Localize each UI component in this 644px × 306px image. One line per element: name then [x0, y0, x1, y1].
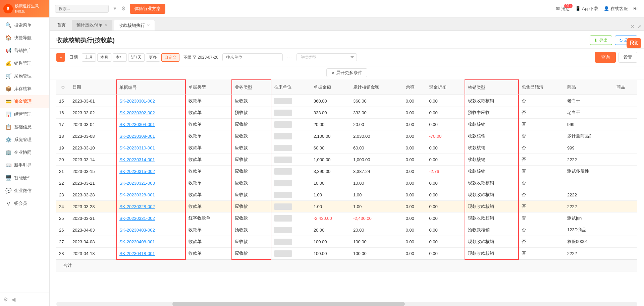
logo-icon: 6: [3, 4, 13, 13]
tab-prepay[interactable]: 预计应收付单 ✕: [72, 20, 112, 30]
doc-no-link[interactable]: SK-20230328-002: [119, 204, 155, 209]
th-balance: 余额: [403, 80, 427, 95]
cell-amount: 360.00: [311, 95, 351, 107]
sidebar-item-inventory[interactable]: 📦 库存核算: [0, 82, 49, 95]
sidebar-item-enterprise[interactable]: 🏢 企业协同: [0, 146, 49, 159]
cell-cumulative: 10.00: [351, 177, 403, 189]
tab-collection[interactable]: 收款核销执行 ✕: [114, 20, 155, 30]
doc-no-link[interactable]: SK-20230418-001: [119, 251, 155, 256]
doc-no-link[interactable]: SK-20230408-001: [119, 239, 155, 244]
filter-expand-button[interactable]: »: [56, 53, 65, 62]
doc-no-link[interactable]: SK-20230301-002: [119, 99, 155, 104]
cell-date: 2023-03-01: [70, 95, 116, 107]
cell-unit: ██: [271, 236, 311, 248]
cell-cash-discount: 0.00: [426, 119, 465, 130]
home-icon: 🏠: [5, 35, 11, 41]
topbar-gear-icon[interactable]: ⚙: [121, 5, 126, 12]
query-button[interactable]: 查询: [595, 52, 616, 63]
cell-no: 23: [56, 189, 70, 201]
filter-more-dates[interactable]: 更多: [146, 53, 160, 62]
sidebar-label-quick: 快捷导航: [14, 35, 32, 41]
cell-goods2: [614, 166, 637, 177]
doc-no-link[interactable]: SK-20230315-002: [119, 169, 155, 174]
tab-collection-close-icon[interactable]: ✕: [147, 23, 150, 27]
sidebar-label-finance: 资金管理: [14, 99, 32, 105]
table-scrollbar[interactable]: [56, 302, 637, 306]
filter-unit-input[interactable]: [222, 53, 283, 61]
cell-unit: ██: [271, 201, 311, 212]
sidebar-item-finance[interactable]: 💳 资金管理: [0, 95, 49, 108]
filter-custom[interactable]: 自定义: [161, 53, 179, 62]
filter-date-label: 日期: [69, 54, 78, 60]
cell-doc-no: SK-20230304-001: [116, 119, 185, 130]
sidebar-item-wechat[interactable]: 💬 企业微信: [0, 184, 49, 197]
doc-no-link[interactable]: SK-20230331-002: [119, 216, 155, 221]
cell-date: 2023-03-15: [70, 166, 116, 177]
topbar-search-input[interactable]: [55, 5, 109, 13]
sidebar-item-system[interactable]: ⚙️ 系统管理: [0, 133, 49, 146]
tab-prepay-close-icon[interactable]: ✕: [105, 23, 108, 27]
filter-7days[interactable]: 近7天: [128, 53, 145, 62]
sidebar-item-operation[interactable]: 📊 经营管理: [0, 108, 49, 121]
cell-cash-discount: -70.00: [426, 130, 465, 142]
settings-button[interactable]: 设置: [619, 52, 637, 63]
doc-no-link[interactable]: SK-20230321-003: [119, 181, 155, 186]
th-date: 日期: [70, 80, 116, 95]
user-name[interactable]: Rit: [633, 6, 639, 11]
sidebar-label-marketing: 营销推广: [14, 48, 32, 54]
table-config-icon[interactable]: ⚙: [59, 83, 67, 91]
topbar-dropdown-arrow[interactable]: ▼: [113, 6, 117, 11]
sidebar-item-guide[interactable]: 📖 新手引导: [0, 159, 49, 172]
cell-goods: 2222: [565, 201, 614, 212]
tab-close-all-icon[interactable]: ✕: [631, 24, 635, 29]
doc-no-link[interactable]: SK-20230328-001: [119, 192, 155, 197]
cell-doc-type: 收款单: [185, 107, 232, 119]
industry-solution-button[interactable]: 体验行业方案: [130, 4, 165, 14]
online-service-button[interactable]: 👤 在线客服: [604, 6, 628, 12]
sidebar-label-purchase: 采购管理: [14, 73, 32, 79]
message-button[interactable]: ✉ 消息 99+: [556, 6, 570, 12]
cell-no: 21: [56, 166, 70, 177]
filter-type-select[interactable]: 单据类型: [297, 53, 357, 61]
settings-bottom-icon[interactable]: ⚙: [3, 296, 8, 303]
doc-no-link[interactable]: SK-20230403-002: [119, 228, 155, 233]
table-scrollbar-thumb[interactable]: [172, 302, 405, 306]
doc-no-link[interactable]: SK-20230302-002: [119, 110, 155, 115]
cell-no: 26: [56, 224, 70, 236]
th-settings[interactable]: ⚙: [56, 80, 70, 95]
filter-last-month[interactable]: 上月: [82, 53, 96, 62]
doc-no-link[interactable]: SK-20230304-001: [119, 122, 155, 127]
sidebar-logo: 6 畅康道好生意 标推版: [0, 0, 49, 17]
cell-biz-type: 应收款: [232, 212, 271, 224]
filter-this-year[interactable]: 本年: [113, 53, 127, 62]
message-icon: ✉: [556, 6, 560, 11]
cell-goods2: [614, 142, 637, 154]
sidebar-item-basic[interactable]: 📋 基础信息: [0, 121, 49, 133]
expand-more-button[interactable]: ∨ 展开更多条件: [326, 68, 367, 77]
collapse-icon[interactable]: ◀: [11, 296, 15, 303]
sidebar-item-hardware[interactable]: 🖥️ 智能硬件: [0, 172, 49, 184]
cell-include-settled: 否: [519, 189, 565, 201]
sidebar-item-search[interactable]: 🔍 搜索菜单: [0, 19, 49, 32]
sidebar-item-purchase[interactable]: 🛒 采购管理: [0, 70, 49, 82]
message-badge: 99+: [564, 4, 573, 8]
tab-fullscreen-icon[interactable]: ⤢: [637, 24, 641, 29]
doc-no-link[interactable]: SK-20230308-001: [119, 134, 155, 139]
sidebar-item-sales[interactable]: 💰 销售管理: [0, 57, 49, 70]
cell-balance: 0.00: [403, 142, 427, 154]
doc-no-link[interactable]: SK-20230310-001: [119, 145, 155, 150]
filter-this-month[interactable]: 本月: [97, 53, 111, 62]
app-download-button[interactable]: 📱 App下载: [575, 6, 598, 12]
doc-no-link[interactable]: SK-20230314-001: [119, 157, 155, 162]
export-button[interactable]: ⬇ 导出: [590, 36, 612, 45]
main-content: ▼ ⚙ 体验行业方案 ✉ 消息 99+ 📱 App下载 👤 在线客服 Rit: [50, 0, 644, 306]
cell-doc-type: 收款单: [185, 224, 232, 236]
table-row: 24 2023-03-28 SK-20230328-002 收款单 应收款 ██…: [56, 201, 637, 212]
tab-home[interactable]: 首页: [52, 20, 70, 30]
sidebar-item-member[interactable]: V 畅会员: [0, 197, 49, 210]
cell-unit: ██: [271, 177, 311, 189]
sidebar-item-marketing[interactable]: 📢 营销推广: [0, 44, 49, 57]
cell-unit: ██: [271, 130, 311, 142]
sidebar-item-quick[interactable]: 🏠 快捷导航: [0, 32, 49, 44]
sidebar-label-enterprise: 企业协同: [14, 149, 32, 156]
